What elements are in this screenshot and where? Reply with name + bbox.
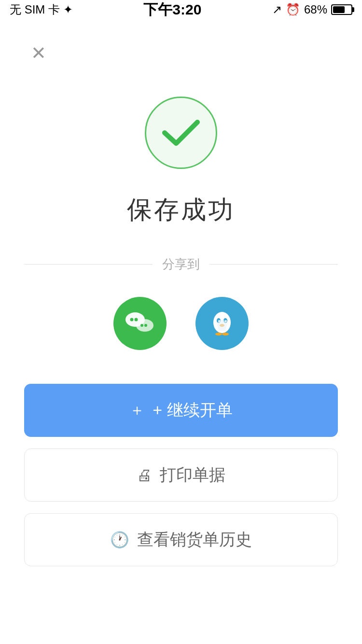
svg-point-2 xyxy=(135,318,138,322)
print-label: 打印单据 xyxy=(160,464,225,486)
battery-fill xyxy=(333,6,345,13)
status-time: 下午3:20 xyxy=(143,0,201,20)
success-section: 保存成功 xyxy=(24,97,338,227)
qq-share-button[interactable] xyxy=(195,297,249,350)
no-sim-label: 无 SIM 卡 ✦ xyxy=(10,2,73,17)
plus-icon: ＋ xyxy=(129,400,145,421)
continue-order-button[interactable]: ＋ + 继续开单 xyxy=(24,384,338,437)
svg-point-14 xyxy=(217,320,227,331)
svg-point-5 xyxy=(144,324,147,327)
status-left: 无 SIM 卡 ✦ xyxy=(10,2,73,17)
print-button[interactable]: 🖨 打印单据 xyxy=(24,448,338,502)
location-icon: ↗ xyxy=(272,3,282,16)
success-title: 保存成功 xyxy=(127,193,235,227)
qq-icon xyxy=(207,308,238,339)
svg-point-4 xyxy=(140,324,143,327)
share-label: 分享到 xyxy=(162,256,200,273)
share-section: 分享到 xyxy=(24,256,338,350)
wechat-icon xyxy=(124,309,156,338)
main-content: ✕ 保存成功 分享到 xyxy=(0,19,362,644)
battery-label: 68% xyxy=(304,3,327,16)
printer-icon: 🖨 xyxy=(137,466,152,484)
svg-point-13 xyxy=(222,333,229,336)
success-circle xyxy=(145,97,217,169)
history-button[interactable]: 🕐 查看销货单历史 xyxy=(24,513,338,566)
continue-order-label: + 继续开单 xyxy=(153,399,232,421)
divider-right xyxy=(209,264,338,265)
share-icons xyxy=(113,297,249,350)
close-button[interactable]: ✕ xyxy=(24,39,53,68)
divider-left xyxy=(24,264,153,265)
action-buttons: ＋ + 继续开单 🖨 打印单据 🕐 查看销货单历史 xyxy=(24,384,338,566)
alarm-icon: ⏰ xyxy=(286,3,300,16)
share-divider: 分享到 xyxy=(24,256,338,273)
checkmark-icon xyxy=(162,118,200,147)
svg-point-12 xyxy=(215,333,222,336)
clock-icon: 🕐 xyxy=(110,531,129,549)
history-label: 查看销货单历史 xyxy=(137,529,252,551)
svg-point-1 xyxy=(130,318,134,322)
close-icon: ✕ xyxy=(31,44,46,62)
battery-icon xyxy=(331,4,352,15)
status-right: ↗ ⏰ 68% xyxy=(272,3,352,16)
status-bar: 无 SIM 卡 ✦ 下午3:20 ↗ ⏰ 68% xyxy=(0,0,362,19)
wechat-share-button[interactable] xyxy=(113,297,167,350)
